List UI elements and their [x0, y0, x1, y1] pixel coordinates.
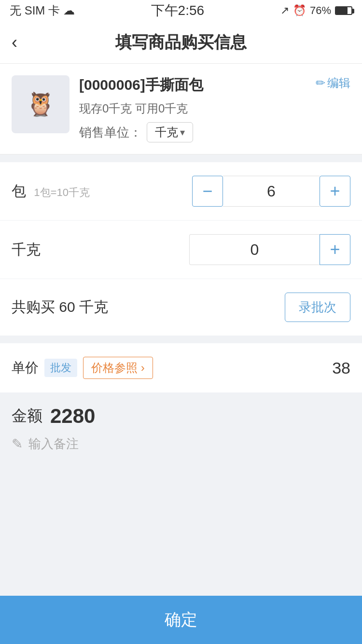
unit-value: 千克 — [155, 125, 178, 140]
location-icon: ↗ — [280, 4, 289, 17]
bag-label: 包 1包=10千克 — [12, 182, 192, 201]
unit-select[interactable]: 千克 ▾ — [147, 122, 193, 142]
sim-label: 无 SIM 卡 ☁ — [10, 3, 75, 18]
bag-hint: 1包=10千克 — [34, 186, 90, 198]
back-button[interactable]: ‹ — [12, 32, 17, 53]
status-bar: 无 SIM 卡 ☁ 下午2:56 ↗ ⏰ 76% — [0, 0, 362, 21]
price-row: 单价 批发 价格参照 › 38 — [0, 343, 362, 393]
kg-qty-control: + — [189, 234, 350, 265]
product-stock: 现存0千克 可用0千克 — [79, 101, 350, 116]
confirm-button[interactable]: 确定 — [0, 596, 362, 644]
status-left: 无 SIM 卡 ☁ — [10, 3, 75, 18]
bag-row: 包 1包=10千克 − + — [0, 162, 362, 221]
divider-2 — [0, 336, 362, 343]
note-icon: ✎ — [12, 436, 23, 452]
bag-decrease-button[interactable]: − — [192, 176, 223, 207]
summary-text: 共购买 60 千克 — [12, 297, 108, 317]
product-unit: 销售单位： 千克 ▾ — [79, 122, 350, 142]
divider-1 — [0, 154, 362, 162]
price-value: 38 — [332, 359, 350, 378]
product-name: [0000006]手撕面包 — [79, 75, 350, 95]
edit-icon: ✏ — [316, 76, 325, 90]
status-time: 下午2:56 — [151, 1, 205, 20]
summary-row: 共购买 60 千克 录批次 — [0, 279, 362, 336]
battery-icon — [335, 6, 352, 15]
edit-button[interactable]: ✏ 编辑 — [316, 75, 350, 91]
price-tag: 批发 — [44, 359, 77, 377]
kg-increase-button[interactable]: + — [320, 234, 350, 265]
price-label: 单价 — [12, 359, 39, 377]
kg-label: 千克 — [12, 240, 189, 260]
product-logo: 🦉 — [26, 91, 55, 118]
page-title: 填写商品购买信息 — [115, 31, 247, 54]
bag-increase-button[interactable]: + — [320, 176, 350, 207]
kg-row: 千克 + — [0, 221, 362, 279]
nav-bar: ‹ 填写商品购买信息 — [0, 21, 362, 64]
bag-qty-input[interactable] — [223, 176, 320, 207]
amount-label: 金额 — [12, 406, 42, 427]
product-thumbnail: 🦉 — [12, 75, 70, 133]
product-info: [0000006]手撕面包 现存0千克 可用0千克 销售单位： 千克 ▾ — [79, 75, 350, 142]
kg-qty-input[interactable] — [189, 234, 320, 265]
battery-label: 76% — [310, 4, 331, 17]
note-row[interactable]: ✎ 输入备注 — [12, 432, 350, 464]
price-ref-button[interactable]: 价格参照 › — [83, 357, 153, 379]
batch-button[interactable]: 录批次 — [285, 293, 350, 322]
input-section: 包 1包=10千克 − + 千克 + — [0, 162, 362, 279]
edit-label: 编辑 — [327, 75, 350, 91]
alarm-icon: ⏰ — [293, 4, 306, 17]
amount-section: 金额 2280 ✎ 输入备注 — [0, 393, 362, 464]
unit-label: 销售单位： — [79, 124, 142, 141]
amount-row: 金额 2280 — [12, 405, 350, 432]
chevron-down-icon: ▾ — [180, 126, 185, 138]
status-right: ↗ ⏰ 76% — [280, 4, 352, 17]
product-card: 🦉 [0000006]手撕面包 现存0千克 可用0千克 销售单位： 千克 ▾ ✏… — [0, 64, 362, 154]
bag-qty-control: − + — [192, 176, 350, 207]
price-section: 单价 批发 价格参照 › 38 — [0, 343, 362, 393]
amount-value: 2280 — [50, 405, 95, 428]
note-hint: 输入备注 — [28, 435, 79, 452]
